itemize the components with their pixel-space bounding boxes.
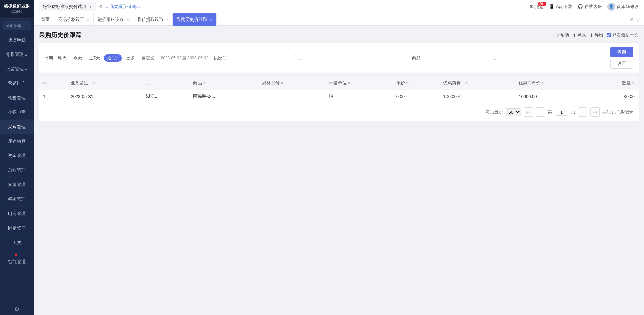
tab-purchase-history-label: 采购历史价跟踪 (177, 16, 207, 23)
sidebar-logo: 畅捷通好业财 标准版 (0, 0, 34, 19)
th-pre-disc-price[interactable]: 优惠前单价 ⇅ (514, 77, 592, 90)
supplier-dots-btn[interactable]: ... (298, 55, 302, 61)
tab-close-all-button[interactable]: ✕ (630, 16, 634, 23)
tab-home[interactable]: 首页 (37, 13, 54, 26)
topbar-settings-icon[interactable]: ⚙ (99, 4, 103, 10)
help-icon: ? (557, 33, 559, 38)
sidebar-item-quicknav[interactable]: 快捷导航 (0, 33, 34, 47)
online-service-icon: 🎧 (578, 4, 583, 9)
page-next-button[interactable]: › (578, 107, 587, 117)
sidebar-item-finance[interactable]: 资金管理 (0, 149, 34, 163)
th-discount[interactable]: 优惠前折... ⇅ (439, 77, 514, 90)
settings-icon[interactable]: ⚙ (14, 306, 19, 312)
th-more[interactable]: ... (142, 77, 189, 90)
product-input[interactable] (423, 54, 490, 62)
query-button[interactable]: 查询 (610, 47, 633, 57)
user-menu[interactable]: 👤 徐泽华修改 (607, 3, 639, 11)
tab-purchase-history[interactable]: 采购历史价跟踪 × (173, 13, 216, 26)
search-menu-button[interactable]: 搜索菜单 (3, 21, 31, 30)
sidebar-item-smart[interactable]: 智能管理 (0, 250, 34, 269)
sidebar-item-invoice[interactable]: 发票管理 (0, 178, 34, 192)
product-dots-btn[interactable]: ... (492, 55, 496, 61)
app-selector[interactable]: 好业财标准版交付试用 ▼ (39, 2, 96, 11)
sort-icon-spec: ⇅ (281, 81, 283, 85)
th-quantity[interactable]: 数量 ⇅ (592, 77, 639, 90)
page-prev-button[interactable]: ‹ (536, 107, 545, 117)
tab-sale-price[interactable]: 售价提取设置 × (133, 13, 173, 26)
sidebar-item-ecommerce[interactable]: 电商管理 (0, 207, 34, 221)
page-word: 第 (548, 109, 552, 115)
demo-icon: ○ (106, 4, 108, 9)
sort-icon-discount: ⇅ (465, 81, 468, 85)
import-icon: ⬆ (572, 33, 576, 38)
sidebar-item-salary[interactable]: 工资 (0, 236, 34, 250)
page-number-input[interactable]: 1 (555, 109, 568, 116)
sidebar-item-marketing[interactable]: 营销推广 (0, 76, 34, 91)
th-gear[interactable]: ⚙ (39, 77, 67, 90)
per-page-select[interactable]: 50 (506, 108, 521, 116)
per-page-label: 每页显示 (486, 109, 503, 115)
tab-price-settings[interactable]: 商品价格设置 × (54, 13, 94, 26)
date-today-btn[interactable]: 今天 (71, 54, 85, 62)
tab-expand-button[interactable]: ⤢ (637, 17, 641, 22)
sidebar-item-purchase[interactable]: 采购管理 (0, 120, 34, 134)
date-custom-btn[interactable]: 自定义 (139, 54, 157, 62)
sidebar-item-accounting[interactable]: 总账管理 (0, 163, 34, 178)
sidebar-item-inventory[interactable]: 库存核算 (0, 134, 34, 149)
sidebar-search-container[interactable]: 搜索菜单 (0, 19, 34, 33)
online-service-label: 在线客服 (584, 4, 602, 10)
sidebar-item-sales[interactable]: 销售管理 (0, 91, 34, 105)
tab-pricing-strategy-close[interactable]: × (127, 18, 129, 22)
th-quote[interactable]: 报价 ⇅ (392, 77, 439, 90)
supplier-input[interactable] (229, 54, 296, 62)
app-download-button[interactable]: 📱 App下载 (549, 4, 572, 10)
th-unit[interactable]: 计量单位 ⇅ (325, 77, 392, 90)
online-service-button[interactable]: 🎧 在线客服 (578, 4, 602, 10)
ecommerce-label: 电商管理 (0, 209, 34, 218)
column-settings-icon[interactable]: ⚙ (43, 81, 47, 86)
tab-purchase-history-close[interactable]: × (210, 18, 212, 22)
topbar-right: ✉ 消息 99+ 📱 App下载 🎧 在线客服 👤 徐泽华修改 (530, 3, 639, 11)
cell-spec (258, 90, 325, 103)
th-product[interactable]: 商品 ⇅ (189, 77, 258, 90)
date-last1m-btn[interactable]: 近1月 (104, 54, 122, 62)
app-selector-arrow: ▼ (88, 5, 92, 9)
help-button[interactable]: ? 帮助 (557, 32, 569, 38)
date-last7-btn[interactable]: 近7天 (86, 54, 103, 62)
tab-pricing-strategy-label: 进价策略设置 (98, 16, 124, 23)
import-button[interactable]: ⬆ 导入 (572, 32, 586, 38)
date-label: 日期 (44, 55, 53, 61)
sidebar-item-assets[interactable]: 固定资产 (0, 221, 34, 236)
tab-sale-price-close[interactable]: × (166, 18, 168, 22)
settings-button[interactable]: 设置 (610, 59, 633, 69)
cell-quantity: 30.00 (592, 90, 639, 103)
last-only-checkbox[interactable] (607, 33, 611, 37)
export-icon: ⬇ (589, 33, 593, 38)
app-download-icon: 📱 (549, 4, 554, 9)
th-date[interactable]: 业务发生... ⇅ (67, 77, 142, 90)
date-more-btn[interactable]: 更多 (123, 54, 137, 62)
tab-pricing-strategy[interactable]: 进价策略设置 × (94, 13, 133, 26)
sidebar-item-tax[interactable]: 税务管理 (0, 192, 34, 207)
sidebar-item-wholesale[interactable]: 批发管理 ▲ (0, 62, 34, 76)
demo-link[interactable]: ○ 我要看实例演示 (106, 4, 140, 10)
content-area: 采购历史价跟踪 ? 帮助 ⬆ 导入 ⬇ 导出 只看最后一次 (34, 26, 644, 315)
sidebar-item-retail[interactable]: 零售管理 ▲ (0, 47, 34, 62)
page-last-button[interactable]: ⏭ (590, 107, 600, 117)
sidebar: 畅捷通好业财 标准版 搜索菜单 快捷导航 零售管理 ▲ 批发管理 ▲ 营销推广 … (0, 0, 34, 315)
page-first-button[interactable]: ⏮ (524, 107, 533, 117)
message-button[interactable]: ✉ 消息 99+ (530, 4, 544, 10)
smart-dot (15, 254, 17, 256)
quicknav-label: 快捷导航 (0, 36, 34, 44)
user-name: 徐泽华修改 (617, 4, 639, 10)
tab-price-settings-close[interactable]: × (87, 18, 89, 22)
export-button[interactable]: ⬇ 导出 (589, 32, 603, 38)
last-only-checkbox-label[interactable]: 只看最后一次 (607, 32, 639, 38)
date-yesterday-btn[interactable]: 昨天 (55, 54, 69, 62)
cell-unit: 吨 (325, 90, 392, 103)
product-label: 商品 (412, 55, 421, 61)
sidebar-item-ecommerce-small[interactable]: 小畅电商 (0, 105, 34, 120)
purchase-label: 采购管理 (0, 123, 34, 131)
th-pre-disc-sort: 优惠前单价 ⇅ (518, 80, 544, 86)
th-spec[interactable]: 规格型号 ⇅ (258, 77, 325, 90)
